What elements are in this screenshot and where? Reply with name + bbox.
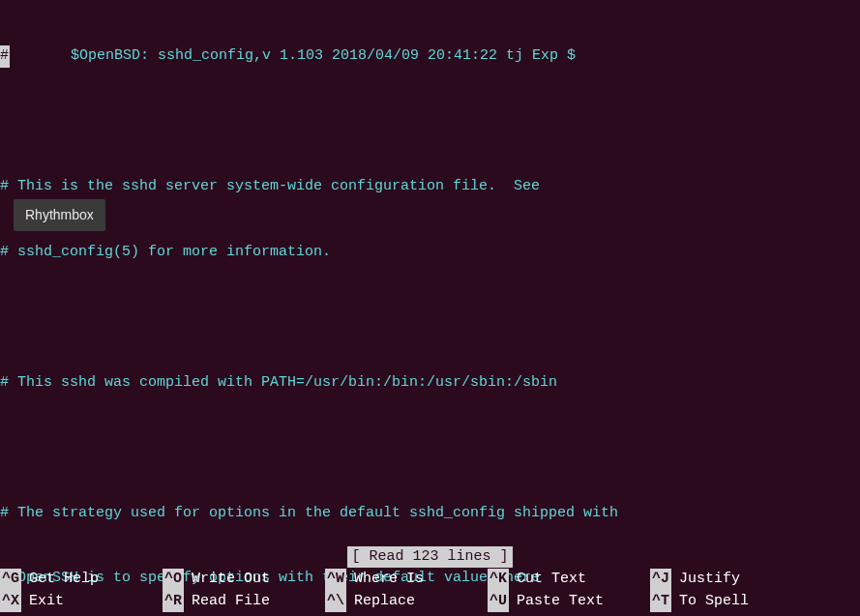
- key-label: ^R: [163, 591, 184, 613]
- editor-line: # sshd_config(5) for more information.: [0, 242, 860, 264]
- action-label: Paste Text: [509, 591, 604, 613]
- editor-line-0-rest: $OpenBSD: sshd_config,v 1.103 2018/04/09…: [10, 47, 576, 64]
- shortcut-justify[interactable]: ^JJustify: [650, 569, 813, 591]
- shortcut-replace[interactable]: ^\Replace: [325, 591, 488, 613]
- editor-line: [0, 307, 860, 329]
- key-label: ^O: [163, 569, 184, 591]
- action-label: Where Is: [346, 569, 424, 591]
- shortcut-read-file[interactable]: ^RRead File: [163, 591, 325, 613]
- shortcut-paste-text[interactable]: ^UPaste Text: [488, 591, 650, 613]
- shortcuts-bar: ^GGet Help ^OWrite Out ^WWhere Is ^KCut …: [0, 569, 860, 612]
- action-label: To Spell: [671, 591, 749, 613]
- tooltip-rhythmbox: Rhythmbox: [14, 199, 105, 231]
- key-label: ^W: [325, 569, 346, 591]
- shortcut-cut-text[interactable]: ^KCut Text: [488, 569, 650, 591]
- shortcut-to-spell[interactable]: ^TTo Spell: [650, 591, 813, 613]
- action-label: Cut Text: [509, 569, 586, 591]
- shortcut-exit[interactable]: ^XExit: [0, 591, 163, 613]
- editor-line: [0, 437, 860, 459]
- shortcut-row-1: ^GGet Help ^OWrite Out ^WWhere Is ^KCut …: [0, 569, 860, 591]
- cursor: #: [0, 45, 10, 68]
- editor-line: # This sshd was compiled with PATH=/usr/…: [0, 372, 860, 395]
- action-label: Replace: [346, 591, 415, 613]
- shortcut-row-2: ^XExit ^RRead File ^\Replace ^UPaste Tex…: [0, 591, 860, 613]
- action-label: Exit: [21, 591, 64, 613]
- key-label: ^G: [0, 569, 21, 591]
- action-label: Read File: [184, 591, 270, 613]
- key-label: ^T: [650, 591, 671, 613]
- key-label: ^K: [488, 569, 509, 591]
- shortcut-write-out[interactable]: ^OWrite Out: [163, 569, 325, 591]
- editor-line: # This is the sshd server system-wide co…: [0, 176, 860, 198]
- key-label: ^X: [0, 591, 21, 613]
- shortcut-where-is[interactable]: ^WWhere Is: [325, 569, 488, 591]
- editor-line: # The strategy used for options in the d…: [0, 503, 860, 525]
- status-bar: [ Read 123 lines ]: [0, 546, 860, 569]
- status-message: [ Read 123 lines ]: [347, 546, 512, 569]
- key-label: ^U: [488, 591, 509, 613]
- text-editor-content[interactable]: # $OpenBSD: sshd_config,v 1.103 2018/04/…: [0, 0, 860, 616]
- action-label: Get Help: [21, 569, 99, 591]
- shortcut-get-help[interactable]: ^GGet Help: [0, 569, 163, 591]
- key-label: ^\: [325, 591, 346, 613]
- key-label: ^J: [650, 569, 671, 591]
- editor-line: [0, 111, 860, 133]
- action-label: Write Out: [184, 569, 270, 591]
- action-label: Justify: [671, 569, 740, 591]
